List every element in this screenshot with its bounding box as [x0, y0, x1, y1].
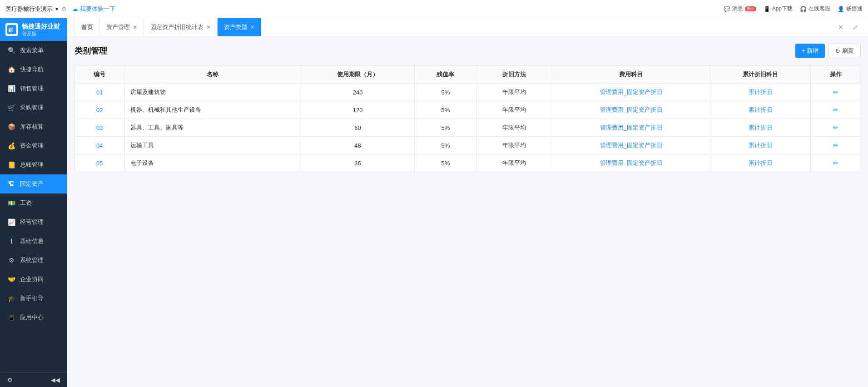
code-link-4[interactable]: 05	[96, 160, 103, 167]
sidebar-item-app-center[interactable]: 📱 应用中心	[0, 308, 67, 327]
industry-selector[interactable]: 医疗器械行业演示 ▾ ⚙	[5, 5, 67, 13]
cell-accumulated-4: 累计折旧	[710, 154, 811, 172]
user-button[interactable]: 👤 畅捷通	[838, 5, 863, 13]
tab-home[interactable]: 首页	[74, 18, 100, 36]
message-badge: 99+	[745, 6, 756, 11]
sidebar-item-ledger[interactable]: 📒 总账管理	[0, 155, 67, 174]
cell-residual-1: 5%	[414, 101, 477, 119]
cell-method-4: 年限平均	[477, 154, 552, 172]
cell-expense-3: 管理费用_固定资产折旧	[552, 137, 710, 154]
expense-link-4[interactable]: 管理费用_固定资产折旧	[600, 159, 662, 166]
cell-name-3: 运输工具	[124, 137, 301, 154]
code-link-0[interactable]: 01	[96, 89, 103, 96]
edit-icon-3[interactable]: ✏	[833, 142, 838, 149]
accumulated-link-0[interactable]: 累计折旧	[749, 89, 772, 95]
sidebar-item-inventory[interactable]: 📦 库存核算	[0, 117, 67, 136]
enterprise-icon: 🤝	[7, 276, 15, 283]
expense-link-0[interactable]: 管理费用_固定资产折旧	[600, 89, 662, 95]
accumulated-link-4[interactable]: 累计折旧	[749, 159, 772, 166]
capital-icon: 💰	[7, 142, 15, 149]
app-center-icon: 📱	[7, 314, 15, 321]
sidebar-item-purchase[interactable]: 🛒 采购管理	[0, 98, 67, 117]
code-link-2[interactable]: 03	[96, 124, 103, 131]
sidebar-item-sales[interactable]: 📊 销售管理	[0, 79, 67, 98]
cell-months-4: 36	[301, 154, 414, 172]
sidebar-item-capital[interactable]: 💰 资金管理	[0, 136, 67, 155]
cell-method-2: 年限平均	[477, 119, 552, 137]
tab-close-depreciation[interactable]: ✕	[206, 24, 211, 30]
sidebar-item-basic-info[interactable]: ℹ 基础信息	[0, 232, 67, 251]
table-row: 04 运输工具 48 5% 年限平均 管理费用_固定资产折旧 累计折旧 ✏	[75, 137, 861, 154]
collapse-icon[interactable]: ◀◀	[51, 377, 60, 383]
sidebar-item-search[interactable]: 🔍 搜索菜单	[0, 41, 67, 60]
cell-expense-1: 管理费用_固定资产折旧	[552, 101, 710, 119]
industry-label: 医疗器械行业演示	[5, 5, 53, 13]
cell-action-2: ✏	[811, 119, 861, 137]
sidebar-logo: 财 畅捷通好业财 普及版	[0, 18, 67, 41]
tab-maximize-icon[interactable]: ⤢	[850, 23, 861, 32]
fixed-assets-icon: 🏗	[7, 180, 15, 188]
sidebar-item-enterprise[interactable]: 🤝 企业协同	[0, 270, 67, 289]
cell-code-2: 03	[75, 119, 125, 137]
table-row: 03 器具、工具、家具等 60 5% 年限平均 管理费用_固定资产折旧 累计折旧…	[75, 119, 861, 137]
top-bar-left: 医疗器械行业演示 ▾ ⚙ ☁ 我要体验一下	[5, 5, 115, 13]
cloud-icon: ☁	[72, 5, 78, 12]
experience-button[interactable]: ☁ 我要体验一下	[72, 5, 115, 13]
code-link-3[interactable]: 04	[96, 142, 103, 149]
cell-action-0: ✏	[811, 84, 861, 101]
cell-accumulated-0: 累计折旧	[710, 84, 811, 101]
cell-months-0: 240	[301, 84, 414, 101]
cell-expense-0: 管理费用_固定资产折旧	[552, 84, 710, 101]
cell-action-3: ✏	[811, 137, 861, 154]
sidebar-item-payroll[interactable]: 💵 工资	[0, 194, 67, 213]
settings-icon[interactable]: ⚙	[7, 377, 13, 383]
expense-link-3[interactable]: 管理费用_固定资产折旧	[600, 142, 662, 149]
col-residual: 残值率	[414, 66, 477, 84]
guide-icon: 🎓	[7, 295, 15, 302]
sidebar-item-system[interactable]: ⚙ 系统管理	[0, 251, 67, 270]
cell-name-1: 机器、机械和其他生产设备	[124, 101, 301, 119]
tab-asset-mgmt[interactable]: 资产管理 ✕	[100, 18, 144, 36]
code-link-1[interactable]: 02	[96, 107, 103, 114]
sidebar-item-guide[interactable]: 🎓 新手引导	[0, 289, 67, 308]
tab-depreciation-table[interactable]: 固定资产折旧统计表 ✕	[144, 18, 218, 36]
dropdown-icon: ▾	[55, 5, 59, 12]
edit-icon-0[interactable]: ✏	[833, 89, 838, 96]
sidebar-item-fixed-assets[interactable]: 🏗 固定资产	[0, 174, 67, 194]
edit-icon-1[interactable]: ✏	[833, 106, 838, 114]
cell-months-3: 48	[301, 137, 414, 154]
edit-icon-4[interactable]: ✏	[833, 159, 838, 167]
expense-link-2[interactable]: 管理费用_固定资产折旧	[600, 124, 662, 131]
cell-name-4: 电子设备	[124, 154, 301, 172]
refresh-button[interactable]: ↻ 刷新	[828, 44, 861, 58]
table-row: 02 机器、机械和其他生产设备 120 5% 年限平均 管理费用_固定资产折旧 …	[75, 101, 861, 119]
tab-asset-type[interactable]: 资产类型 ✕	[218, 18, 262, 36]
home-icon: 🏠	[7, 66, 15, 73]
table-row: 05 电子设备 36 5% 年限平均 管理费用_固定资产折旧 累计折旧 ✏	[75, 154, 861, 172]
page-title: 类别管理	[74, 45, 107, 56]
accumulated-link-3[interactable]: 累计折旧	[749, 142, 772, 149]
app-download-button[interactable]: 📱 App下载	[764, 5, 793, 13]
cell-name-0: 房屋及建筑物	[124, 84, 301, 101]
tab-close-asset-mgmt[interactable]: ✕	[133, 24, 137, 30]
online-service-button[interactable]: 🎧 在线客服	[800, 5, 830, 13]
expense-link-1[interactable]: 管理费用_固定资产折旧	[600, 106, 662, 113]
add-button[interactable]: + 新增	[795, 44, 825, 58]
page-content: 类别管理 + 新增 ↻ 刷新 编号 名称 使用期限（月） 残值率	[67, 36, 868, 387]
phone-icon: 📱	[764, 6, 770, 12]
cell-code-0: 01	[75, 84, 125, 101]
accumulated-link-1[interactable]: 累计折旧	[749, 106, 772, 113]
message-button[interactable]: 💬 消息 99+	[724, 5, 756, 13]
top-bar: 医疗器械行业演示 ▾ ⚙ ☁ 我要体验一下 💬 消息 99+ 📱 App下载 🎧…	[0, 0, 868, 18]
tab-close-all-icon[interactable]: ✕	[835, 23, 846, 32]
accumulated-link-2[interactable]: 累计折旧	[749, 124, 772, 131]
col-months: 使用期限（月）	[301, 66, 414, 84]
cell-code-4: 05	[75, 154, 125, 172]
table-body: 01 房屋及建筑物 240 5% 年限平均 管理费用_固定资产折旧 累计折旧 ✏…	[75, 84, 861, 172]
tab-close-asset-type[interactable]: ✕	[250, 24, 255, 30]
gear-icon[interactable]: ⚙	[61, 5, 67, 12]
sidebar-item-quick-nav[interactable]: 🏠 快捷导航	[0, 60, 67, 79]
sidebar-item-operations[interactable]: 📈 经营管理	[0, 213, 67, 232]
edit-icon-2[interactable]: ✏	[833, 124, 838, 131]
cell-months-2: 60	[301, 119, 414, 137]
